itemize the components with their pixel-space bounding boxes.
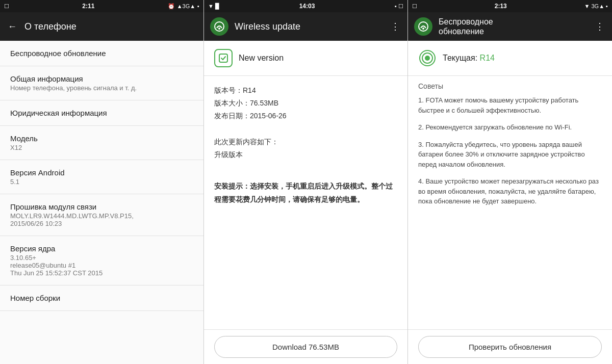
panel-wireless-update-en: ▼ ▉ 14:03 ▪ ☐ Wireless update ⋮ <box>204 0 408 364</box>
check-update-button[interactable]: Проверить обновления <box>418 336 602 358</box>
app-bar-1: ← О телефоне <box>0 12 203 41</box>
menu-item-title: Версия ядра <box>10 244 193 253</box>
menu-item-subtitle: MOLY.LR9.W1444.MD.LWTG.MP.V8.P15, 2015/0… <box>10 212 193 227</box>
current-version-text: Текущая: R14 <box>443 54 495 63</box>
svg-point-7 <box>425 56 430 61</box>
menu-item-subtitle: Номер телефона, уровень сигнала и т. д. <box>10 84 193 92</box>
current-version-icon <box>418 49 437 67</box>
status-icons-1: ⏰ ▲3G▲ ▪ <box>168 3 199 10</box>
app-bar-3: Беспроводное обновление ⋮ <box>408 12 612 41</box>
menu-item-baseband[interactable]: Прошивка модуля связи MOLY.LR9.W1444.MD.… <box>0 194 203 236</box>
new-version-bar: New version <box>204 41 407 76</box>
status-time-3: 2:13 <box>495 3 507 10</box>
signal-icon-2: ▼ ▉ <box>208 3 219 10</box>
menu-item-title: Версия Android <box>10 168 193 177</box>
update-content-2: New version 版本号：R14 版本大小：76.53MB 发布日期：20… <box>204 41 407 329</box>
menu-item-title: Юридическая информация <box>10 109 193 117</box>
menu-item-title: Номер сборки <box>10 294 193 302</box>
menu-item-general-info[interactable]: Общая информация Номер телефона, уровень… <box>0 66 203 100</box>
menu-item-title: Общая информация <box>10 74 193 83</box>
changelog-header: 此次更新内容如下： <box>214 136 397 148</box>
current-version-bar: Текущая: R14 <box>408 41 612 76</box>
more-menu-button-2[interactable]: ⋮ <box>389 20 401 33</box>
new-version-icon <box>214 49 233 67</box>
panel-about-phone: ☐ 2:11 ⏰ ▲3G▲ ▪ ← О телефоне Беспроводно… <box>0 0 204 364</box>
install-note: 安装提示：选择安装，手机重启后进入升级模式。整个过程需要花费几分钟时间，请确保有… <box>214 180 397 205</box>
page-title-3: Беспроводное обновление <box>439 17 588 36</box>
panel-footer-3: Проверить обновления <box>408 329 612 364</box>
menu-item-subtitle: 5.1 <box>10 178 193 186</box>
tips-title: Советы <box>418 82 602 90</box>
status-icons-2: ▪ ☐ <box>395 3 403 10</box>
tip-3: 3. Пожалуйста убедитесь, что уровень зар… <box>418 140 602 170</box>
status-left-2: ▼ ▉ <box>208 3 219 10</box>
page-title-2: Wireless update <box>235 21 383 32</box>
menu-item-kernel[interactable]: Версия ядра 3.10.65+ release05@ubuntu #1… <box>0 236 203 285</box>
signal-icon-3: ▼ 3G▲ ▪ <box>584 3 608 9</box>
download-button[interactable]: Download 76.53MB <box>214 336 397 358</box>
menu-item-wireless-update[interactable]: Беспроводное обновление <box>0 41 203 66</box>
menu-item-model[interactable]: Модель X12 <box>0 126 203 160</box>
version-details: 版本号：R14 版本大小：76.53MB 发布日期：2015-06-26 此次更… <box>204 76 407 214</box>
tips-section: Советы 1. FOTA может помочь вашему устро… <box>408 76 612 220</box>
menu-item-title: Беспроводное обновление <box>10 49 193 58</box>
tip-1: 1. FOTA может помочь вашему устройству р… <box>418 95 602 115</box>
status-bar-1: ☐ 2:11 ⏰ ▲3G▲ ▪ <box>0 0 203 12</box>
status-time-1: 2:11 <box>82 3 94 10</box>
back-button[interactable]: ← <box>6 20 18 33</box>
svg-point-4 <box>422 28 424 30</box>
status-icons-3: ▼ 3G▲ ▪ <box>584 3 608 9</box>
menu-item-title: Прошивка модуля связи <box>10 202 193 211</box>
status-left-3: ☐ <box>412 3 417 10</box>
menu-item-legal[interactable]: Юридическая информация <box>0 100 203 126</box>
version-number: 版本号：R14 <box>214 84 397 97</box>
version-size: 版本大小：76.53MB <box>214 97 397 110</box>
menu-item-android-version[interactable]: Версия Android 5.1 <box>0 160 203 194</box>
app-bar-2: Wireless update ⋮ <box>204 12 407 41</box>
menu-item-title: Модель <box>10 134 193 143</box>
tip-4: 4. Ваше устройство может перезагружаться… <box>418 176 602 206</box>
status-bar-3: ☐ 2:13 ▼ 3G▲ ▪ <box>408 0 612 12</box>
page-title-1: О телефоне <box>24 21 197 32</box>
status-bar-2: ▼ ▉ 14:03 ▪ ☐ <box>204 0 407 12</box>
panel-footer-2: Download 76.53MB <box>204 329 407 364</box>
changelog-body: 升级版本 <box>214 148 397 161</box>
update-content-3: Текущая: R14 Советы 1. FOTA может помочь… <box>408 41 612 329</box>
menu-item-subtitle: 3.10.65+ release05@ubuntu #1 Thu Jun 25 … <box>10 254 193 277</box>
svg-rect-2 <box>219 54 227 62</box>
battery-icon: ▪ <box>197 3 199 9</box>
svg-point-1 <box>218 28 220 30</box>
version-date: 发布日期：2015-06-26 <box>214 110 397 122</box>
status-time-2: 14:03 <box>299 3 315 10</box>
battery-icon-2: ▪ ☐ <box>395 3 403 10</box>
app-logo-2 <box>210 17 228 36</box>
new-version-label: New version <box>239 54 284 63</box>
panel-wireless-update-ru: ☐ 2:13 ▼ 3G▲ ▪ Беспроводное обновление ⋮ <box>408 0 612 364</box>
notification-icon: ☐ <box>4 3 9 10</box>
status-left-1: ☐ <box>4 3 9 10</box>
notification-icon-3: ☐ <box>412 3 417 10</box>
version-number-badge: R14 <box>480 54 495 62</box>
app-logo-3 <box>414 17 432 36</box>
menu-item-build-number[interactable]: Номер сборки <box>0 285 203 311</box>
more-menu-button-3[interactable]: ⋮ <box>594 20 606 33</box>
menu-item-subtitle: X12 <box>10 144 193 151</box>
alarm-icon: ⏰ <box>168 3 175 10</box>
signal-icon: ▲3G▲ <box>177 3 195 9</box>
menu-list: Беспроводное обновление Общая информация… <box>0 41 203 364</box>
tip-2: 2. Рекомендуется загружать обновление по… <box>418 122 602 133</box>
